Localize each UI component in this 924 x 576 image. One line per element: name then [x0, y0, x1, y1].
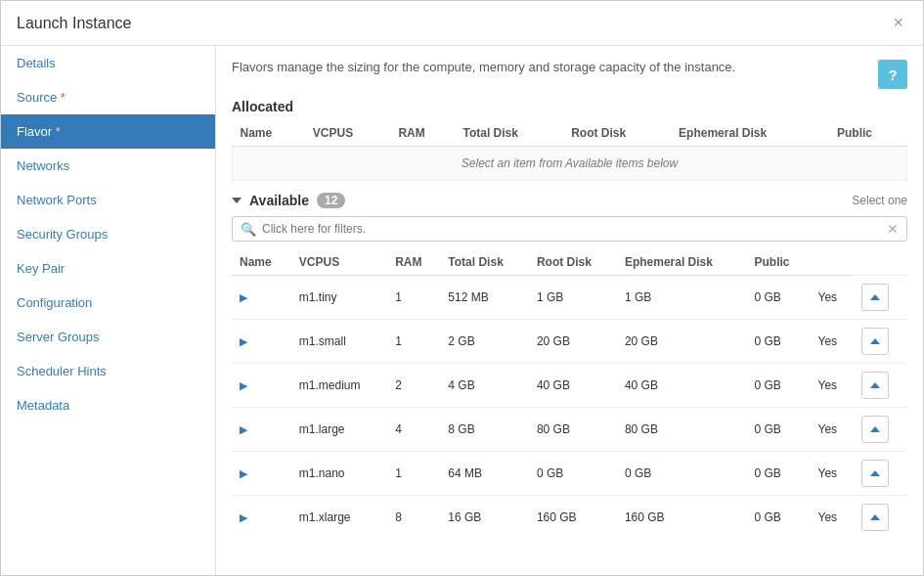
flavor-ephemeral-disk: 0 GB	[746, 320, 810, 364]
flavor-public: Yes	[810, 452, 853, 496]
sidebar-item-network-ports[interactable]: Network Ports	[1, 183, 215, 217]
flavor-name: m1.medium	[291, 364, 387, 408]
flavor-ephemeral-disk: 0 GB	[746, 496, 810, 540]
available-col-total-disk: Total Disk	[440, 249, 529, 276]
flavor-vcpus: 1	[387, 320, 440, 364]
expand-icon[interactable]: ▶	[240, 511, 247, 523]
available-header: Available 12 Select one	[232, 193, 907, 208]
allocated-col-name: Name	[233, 120, 305, 147]
available-table-body: ▶m1.tiny1512 MB1 GB1 GB0 GBYes▶m1.small1…	[232, 276, 907, 540]
flavor-name: m1.nano	[291, 452, 387, 496]
available-title-group: Available 12	[232, 193, 345, 208]
sidebar-item-server-groups[interactable]: Server Groups	[1, 320, 215, 354]
launch-instance-modal: Launch Instance × DetailsSource *Flavor …	[0, 0, 924, 576]
flavor-ephemeral-disk: 0 GB	[746, 276, 810, 320]
flavor-root-disk: 80 GB	[617, 408, 747, 452]
table-row: ▶m1.small12 GB20 GB20 GB0 GBYes	[232, 320, 907, 364]
available-col-public: Public	[746, 249, 810, 276]
flavor-public: Yes	[810, 364, 853, 408]
expand-cell: ▶	[232, 364, 291, 408]
flavor-action-cell	[854, 408, 907, 452]
flavor-name: m1.small	[291, 320, 387, 364]
modal-body: DetailsSource *Flavor *NetworksNetwork P…	[1, 46, 923, 575]
available-col-ephemeral-disk: Ephemeral Disk	[617, 249, 747, 276]
flavor-vcpus: 4	[387, 408, 440, 452]
allocate-flavor-button[interactable]	[861, 372, 889, 399]
allocated-table: NameVCPUSRAMTotal DiskRoot DiskEphemeral…	[232, 120, 907, 181]
up-arrow-icon	[870, 294, 880, 300]
flavor-root-disk: 160 GB	[617, 496, 747, 540]
allocated-col-vcpus: VCPUS	[305, 120, 391, 147]
allocated-title: Allocated	[232, 99, 907, 114]
allocated-col-public: Public	[829, 120, 906, 147]
chevron-down-icon[interactable]	[232, 198, 242, 203]
table-row: ▶m1.large48 GB80 GB80 GB0 GBYes	[232, 408, 907, 452]
allocated-col-ram: RAM	[390, 120, 455, 147]
flavor-description: Flavors manage the sizing for the comput…	[232, 60, 868, 74]
allocate-flavor-button[interactable]	[861, 416, 889, 443]
sidebar-item-configuration[interactable]: Configuration	[1, 286, 215, 320]
allocate-flavor-button[interactable]	[861, 460, 889, 487]
flavor-total-disk: 20 GB	[529, 320, 617, 364]
allocate-flavor-button[interactable]	[861, 328, 889, 355]
up-arrow-icon	[870, 338, 880, 344]
description-row: Flavors manage the sizing for the comput…	[232, 60, 907, 89]
sidebar-item-networks[interactable]: Networks	[1, 149, 215, 183]
flavor-ram: 16 GB	[440, 496, 529, 540]
flavor-public: Yes	[810, 496, 853, 540]
sidebar-item-details[interactable]: Details	[1, 46, 215, 80]
up-arrow-icon	[870, 382, 880, 388]
available-count-badge: 12	[317, 193, 345, 208]
allocate-flavor-button[interactable]	[861, 284, 889, 311]
flavor-action-cell	[854, 320, 907, 364]
allocate-flavor-button[interactable]	[861, 504, 889, 531]
help-button[interactable]: ?	[878, 60, 907, 89]
expand-cell: ▶	[232, 276, 291, 320]
sidebar-item-flavor[interactable]: Flavor *	[1, 114, 215, 149]
up-arrow-icon	[870, 470, 880, 476]
close-button[interactable]: ×	[889, 13, 907, 33]
flavor-total-disk: 40 GB	[529, 364, 617, 408]
expand-icon[interactable]: ▶	[240, 467, 247, 479]
flavor-action-cell	[854, 364, 907, 408]
available-col-ram: RAM	[387, 249, 440, 276]
available-title-text: Available	[249, 193, 309, 208]
up-arrow-icon	[870, 426, 880, 432]
sidebar-item-source[interactable]: Source *	[1, 80, 215, 114]
available-header-row: NameVCPUSRAMTotal DiskRoot DiskEphemeral…	[232, 249, 907, 276]
search-input[interactable]	[262, 222, 887, 236]
table-row: ▶m1.xlarge816 GB160 GB160 GB0 GBYes	[232, 496, 907, 540]
flavor-vcpus: 2	[387, 364, 440, 408]
sidebar-item-scheduler-hints[interactable]: Scheduler Hints	[1, 354, 215, 388]
available-col-root-disk: Root Disk	[529, 249, 617, 276]
modal-title: Launch Instance	[17, 15, 131, 32]
flavor-root-disk: 1 GB	[617, 276, 747, 320]
flavor-root-disk: 0 GB	[617, 452, 747, 496]
expand-cell: ▶	[232, 408, 291, 452]
modal-header: Launch Instance ×	[1, 1, 923, 46]
main-content: Flavors manage the sizing for the comput…	[216, 46, 923, 575]
clear-search-icon[interactable]: ✕	[887, 221, 899, 237]
sidebar-item-metadata[interactable]: Metadata	[1, 388, 215, 422]
available-col-action	[810, 249, 853, 276]
search-icon: 🔍	[241, 222, 256, 237]
sidebar-item-security-groups[interactable]: Security Groups	[1, 217, 215, 251]
flavor-name: m1.tiny	[291, 276, 387, 320]
flavor-ram: 2 GB	[440, 320, 529, 364]
allocated-empty-row: Select an item from Available items belo…	[233, 147, 907, 181]
sidebar-item-key-pair[interactable]: Key Pair	[1, 251, 215, 286]
expand-icon[interactable]: ▶	[240, 291, 247, 303]
expand-icon[interactable]: ▶	[240, 423, 247, 435]
flavor-public: Yes	[810, 408, 853, 452]
flavor-total-disk: 0 GB	[529, 452, 617, 496]
flavor-total-disk: 1 GB	[529, 276, 617, 320]
expand-cell: ▶	[232, 320, 291, 364]
expand-icon[interactable]: ▶	[240, 335, 247, 347]
flavor-vcpus: 1	[387, 276, 440, 320]
expand-cell: ▶	[232, 496, 291, 540]
search-bar: 🔍 ✕	[232, 216, 907, 242]
expand-icon[interactable]: ▶	[240, 379, 247, 391]
table-row: ▶m1.tiny1512 MB1 GB1 GB0 GBYes	[232, 276, 907, 320]
flavor-vcpus: 8	[387, 496, 440, 540]
flavor-ram: 64 MB	[440, 452, 529, 496]
